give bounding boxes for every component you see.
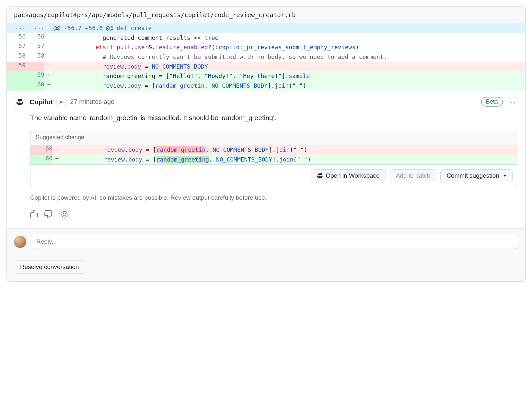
diff-line-addition: 59 + random_greeting = ["Hello!", "Howdy…: [7, 71, 525, 81]
copilot-avatar[interactable]: [14, 96, 26, 108]
svg-point-0: [62, 211, 67, 217]
svg-point-2: [65, 213, 66, 214]
new-lineno[interactable]: 57: [26, 42, 44, 52]
code-line: elsif pull.user&.feature_enabled?(:copil…: [53, 42, 525, 52]
thumbs-up-icon[interactable]: [30, 210, 38, 218]
reply-input[interactable]: [31, 235, 518, 249]
code-line: review.body = [random_greetin, NO_COMMEN…: [62, 145, 518, 155]
footer-row: Resolve conversation: [7, 255, 525, 281]
suggested-change: Suggested change 60 - review.body = [ran…: [30, 130, 518, 187]
code-line: review.body = [random_greetin, NO_COMMEN…: [53, 81, 525, 91]
suggestion-header: Suggested change: [30, 130, 518, 145]
token-id: pull: [117, 44, 131, 50]
review-panel: packages/copilot4prs/app/models/pull_req…: [6, 6, 526, 282]
new-lineno[interactable]: 58: [26, 52, 44, 62]
comment-header: Copilot AI 27 minutes ago Beta ···: [14, 96, 518, 108]
token-keyword: elsif: [96, 44, 113, 50]
comment-body: The variable name 'random_greetin' is mi…: [30, 113, 518, 123]
old-lineno[interactable]: 57: [7, 42, 26, 52]
code-line: random_greeting = ["Hello!", "Howdy!", "…: [53, 71, 525, 81]
diff-line: 58 58 # Reviews currently can't be submi…: [7, 52, 525, 62]
token: generated_comment_results: [103, 34, 191, 41]
review-comment: Copilot AI 27 minutes ago Beta ··· The v…: [7, 91, 525, 229]
old-lineno[interactable]: 56: [7, 33, 26, 43]
suggestion-diff: 60 - review.body = [random_greetin, NO_C…: [30, 145, 518, 164]
old-lineno[interactable]: [7, 81, 26, 91]
diff-line: 56 56 generated_comment_results << true: [7, 33, 525, 43]
diff-line-addition: 60 + review.body = [random_greeting, NO_…: [30, 155, 518, 164]
comment-author[interactable]: Copilot: [29, 98, 53, 106]
token-id: user: [134, 44, 148, 50]
ai-disclaimer: Copilot is powered by AI, so mistakes ar…: [30, 194, 518, 201]
hunk-header: @@ -56,7 +56,8 @@ def create: [53, 23, 525, 33]
caret-down-icon: [503, 175, 506, 177]
reply-row: [7, 229, 525, 255]
button-label: Commit suggestion: [446, 172, 499, 179]
button-label: Add to batch: [396, 172, 431, 179]
code-line: review.body = [random_greeting, NO_COMME…: [62, 155, 518, 164]
token-symbol: :copilot_pr_reviews_submit_empty_reviews: [215, 44, 355, 50]
hunk-header-row: ... ... @@ -56,7 +56,8 @@ def create: [7, 23, 525, 33]
suggestion-actions: Open in Workspace Add to batch Commit su…: [30, 164, 518, 187]
add-to-batch-button[interactable]: Add to batch: [390, 169, 437, 182]
token-id: feature_enabled?: [155, 44, 211, 50]
new-lineno[interactable]: 60: [26, 81, 44, 91]
old-lineno[interactable]: 58: [7, 52, 26, 62]
button-label: Resolve conversation: [20, 263, 79, 271]
highlighted-token: random_greeting: [156, 156, 209, 163]
ai-badge: AI: [56, 99, 67, 105]
code-line: generated_comment_results << true: [53, 33, 525, 43]
thumbs-down-icon[interactable]: [44, 210, 52, 218]
commit-suggestion-button[interactable]: Commit suggestion: [440, 169, 513, 182]
code-line: # Reviews currently can't be submitted w…: [53, 52, 525, 62]
token-comment: # Reviews currently can't be submitted w…: [103, 53, 387, 60]
beta-badge: Beta: [481, 97, 503, 106]
copilot-icon: [317, 173, 323, 179]
new-lineno[interactable]: [26, 62, 44, 72]
button-label: Open in Workspace: [326, 172, 380, 179]
reaction-bar: [30, 208, 518, 220]
expand-up[interactable]: ...: [7, 23, 26, 33]
lineno: 60: [30, 145, 52, 155]
old-lineno[interactable]: [7, 71, 26, 81]
old-lineno[interactable]: 59: [7, 62, 26, 72]
highlighted-token: random_greetin: [156, 146, 206, 153]
file-path[interactable]: packages/copilot4prs/app/models/pull_req…: [7, 7, 525, 23]
diff-line: 57 57 elsif pull.user&.feature_enabled?(…: [7, 42, 525, 52]
new-lineno[interactable]: 59: [26, 71, 44, 81]
kebab-menu-icon[interactable]: ···: [506, 97, 518, 106]
expand-down[interactable]: ...: [26, 23, 44, 33]
open-workspace-button[interactable]: Open in Workspace: [311, 169, 386, 182]
add-reaction-button[interactable]: [59, 208, 70, 220]
lineno: 60: [30, 155, 52, 164]
smiley-icon: [61, 211, 68, 218]
token-literal: true: [204, 34, 218, 41]
code-line: review.body = NO_COMMENTS_BODY: [53, 62, 525, 72]
copilot-icon: [17, 98, 24, 106]
comment-timestamp[interactable]: 27 minutes ago: [70, 98, 115, 106]
diff-table: ... ... @@ -56,7 +56,8 @@ def create 56 …: [7, 23, 525, 91]
diff-line-addition: 60 + review.body = [random_greetin, NO_C…: [7, 81, 525, 91]
diff-line-deletion: 59 - review.body = NO_COMMENTS_BODY: [7, 62, 525, 72]
new-lineno[interactable]: 56: [26, 33, 44, 43]
resolve-conversation-button[interactable]: Resolve conversation: [14, 261, 85, 274]
diff-line-deletion: 60 - review.body = [random_greetin, NO_C…: [30, 145, 518, 155]
user-avatar[interactable]: [14, 236, 26, 248]
svg-point-1: [63, 213, 64, 214]
